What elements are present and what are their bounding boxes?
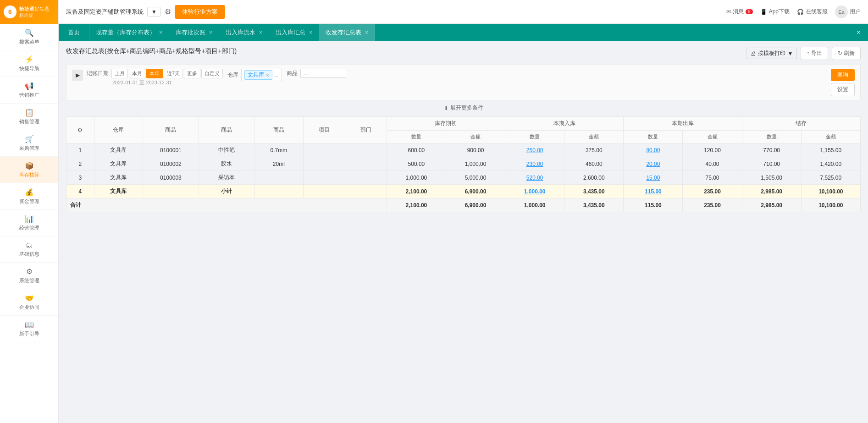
sidebar-item-sales[interactable]: 📋 销售管理 [0,104,58,130]
sidebar-item-label-collab: 企业协同 [19,304,39,311]
sidebar-item-quicknav[interactable]: ⚡ 快捷导航 [0,50,58,77]
tab-inout-flow[interactable]: 出入库流水× [219,24,269,41]
table-row: 4文具库小计2,100.006,900.001,000.003,435.0011… [66,185,861,198]
date-btn-custom[interactable]: 自定义 [201,69,223,78]
date-btn-lastmonth[interactable]: 上月 [111,69,128,78]
finance-icon: 💰 [25,188,34,197]
link-out_qty[interactable]: 20.00 [646,161,660,167]
product-input-area[interactable]: ... [300,69,346,78]
link-in_qty[interactable]: 520.00 [526,175,543,181]
cell-project [303,157,345,171]
cell-department [345,143,387,157]
th-gear[interactable]: ⚙ [66,117,94,143]
tab-label-recv-send-summary: 收发存汇总表 [326,28,361,37]
cell-department [345,171,387,185]
expand-more-btn[interactable]: ⬇ 展开更多条件 [444,104,483,112]
cell-in_amount: 3,435.00 [564,185,624,198]
th-in-amount: 金额 [564,131,624,143]
expand-more-row: ⬇ 展开更多条件 [66,104,861,112]
cell-in_amount: 2,600.00 [564,171,624,185]
sidebar-item-label-inventory: 库存核算 [19,171,39,178]
link-out_qty[interactable]: 80.00 [646,147,660,154]
warehouse-more-btn[interactable]: ... [274,72,279,78]
user-avatar: Ea [835,5,848,18]
warehouse-tag-close[interactable]: × [266,72,269,78]
cell-out_qty[interactable]: 115.00 [624,185,683,198]
date-btn-7days[interactable]: 近7天 [164,69,183,78]
filter-toggle-btn[interactable]: ▶ [72,70,83,81]
product-more-btn[interactable]: ... [304,70,308,77]
sidebar-item-basic[interactable]: 🗂 基础信息 [0,236,58,263]
tab-label-inout-summary: 出入库汇总 [276,28,305,37]
message-icon: ✉ [726,9,731,15]
sidebar-item-inventory[interactable]: 📦 库存核算 [0,157,58,183]
header-left: 装备及固定资产辅助管理系统 ▼ ⚙ 体验行业方案 [66,5,225,19]
cell-in_qty[interactable]: 520.00 [505,171,564,185]
link-in_qty[interactable]: 230.00 [526,161,543,167]
tab-label-inout-flow: 出入库流水 [226,28,255,37]
messages-item[interactable]: ✉ 消息 6 [726,8,753,16]
cell-opening_qty: 600.00 [387,143,446,157]
app-download-item[interactable]: 📱 App下载 [760,8,790,16]
link-in_qty[interactable]: 250.00 [526,147,543,154]
phone-icon: 📱 [760,9,767,15]
footer-closing-amount: 10,100.00 [801,198,860,212]
user-item[interactable]: Ea 用户 [835,5,861,18]
sidebar-item-marketing[interactable]: 📢 营销推广 [0,77,58,104]
print-btn[interactable]: 🖨 按模板打印 ▼ [746,48,797,59]
cell-out_qty[interactable]: 20.00 [624,157,683,171]
search-icon: 🔍 [25,28,34,37]
date-filter-group: 记账日期 上月 本月 本年 近7天 更多 自定义 2023 [87,69,223,86]
date-btn-thismonth[interactable]: 本月 [129,69,145,78]
cell-out_qty[interactable]: 15.00 [624,171,683,185]
tab-batch-account[interactable]: 库存批次账× [169,24,219,41]
tab-inout-summary[interactable]: 出入库汇总× [269,24,319,41]
print-icon: 🖨 [751,50,756,57]
tab-close-inout-summary[interactable]: × [309,30,312,35]
page-title: 收发存汇总表(按仓库+商品编码+商品+规格型号+项目+部门) [66,47,237,55]
trial-button[interactable]: 体验行业方案 [175,5,225,19]
system-select[interactable]: ▼ [147,7,161,17]
sidebar-item-collab[interactable]: 🤝 企业协同 [0,289,58,316]
filter-toggle-icon: ▶ [76,72,80,78]
footer-opening-amount: 6,900.00 [446,198,505,212]
online-service-item[interactable]: 🎧 在线客服 [797,8,828,16]
cell-in_qty[interactable]: 230.00 [505,157,564,171]
th-opening-qty: 数量 [387,131,446,143]
sidebar-item-search[interactable]: 🔍 搜索菜单 [0,24,58,50]
tab-close-inout-flow[interactable]: × [259,30,262,35]
cell-product_spec: 20ml [254,157,303,171]
warehouse-input-area[interactable]: 文具库 × ... [241,69,282,81]
date-shortcuts: 上月 本月 本年 近7天 更多 自定义 [111,69,223,78]
date-btn-thisyear[interactable]: 本年 [146,69,163,78]
tab-close-recv-send-summary[interactable]: × [365,30,368,35]
sidebar-item-operations[interactable]: 📊 经营管理 [0,210,58,236]
sidebar-item-guide[interactable]: 📖 新手引导 [0,316,58,342]
cell-out_qty[interactable]: 80.00 [624,143,683,157]
cell-in_qty[interactable]: 1,000.00 [505,185,564,198]
tab-recv-send-summary[interactable]: 收发存汇总表× [319,24,375,41]
tab-label-inventory-dist: 现存量（库存分布表） [96,28,155,37]
link-out_qty[interactable]: 15.00 [646,175,660,181]
marketing-icon: 📢 [25,82,34,90]
tab-home[interactable]: 首页 [59,24,89,41]
setting-btn[interactable]: 设置 [831,83,855,96]
refresh-btn[interactable]: ↻ 刷新 [832,47,861,60]
export-btn[interactable]: ↑ 导出 [801,47,828,60]
link-out_qty[interactable]: 115.00 [645,188,662,195]
date-btn-more[interactable]: 更多 [184,69,200,78]
tab-close-inventory-dist[interactable]: × [159,30,162,35]
cell-in_qty[interactable]: 250.00 [505,143,564,157]
query-btn[interactable]: 查询 [831,69,855,81]
tab-inventory-dist[interactable]: 现存量（库存分布表）× [89,24,169,41]
sidebar-item-system[interactable]: ⚙ 系统管理 [0,263,58,289]
tab-close-batch-account[interactable]: × [209,30,212,35]
settings-icon[interactable]: ⚙ [165,7,171,16]
link-in_qty[interactable]: 1,000.00 [524,188,546,195]
cell-closing_qty: 2,985.00 [742,185,801,198]
cell-product_code: 0100003 [143,171,199,185]
chevron-down-icon: ▼ [787,50,793,57]
tab-bar-close-btn[interactable]: × [849,28,868,37]
sidebar-item-finance[interactable]: 💰 资金管理 [0,183,58,210]
sidebar-item-purchase[interactable]: 🛒 采购管理 [0,130,58,157]
